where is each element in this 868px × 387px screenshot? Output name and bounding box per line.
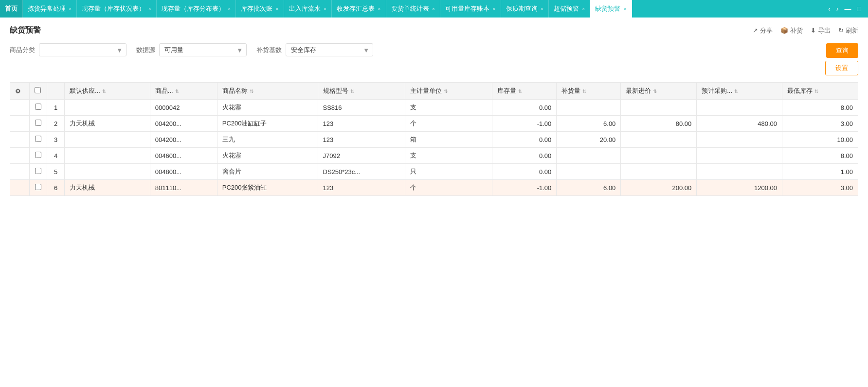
header-actions: ↗ 分享 📦 补货 ⬇ 导出 ↻ 刷新	[753, 26, 858, 35]
maximize-button[interactable]: □	[854, 4, 864, 14]
nav-tab-11[interactable]: 缺货预警 ×	[590, 0, 632, 18]
row-checkbox[interactable]	[35, 104, 41, 110]
table-row: 4 004600... 火花塞 J7092 支 0.00 8.00	[10, 148, 858, 164]
row-gear-cell	[10, 180, 30, 196]
row-checkbox-cell[interactable]	[30, 180, 47, 196]
tab-label: 出入库流水	[289, 4, 321, 13]
column-supplier[interactable]: 默认供应... ⇅	[65, 83, 150, 100]
row-number: 3	[47, 132, 65, 148]
share-button[interactable]: ↗ 分享	[753, 26, 773, 35]
row-spec: DS250*23c...	[318, 164, 405, 180]
row-stock: 0.00	[492, 100, 557, 116]
row-min-stock: 8.00	[782, 100, 858, 116]
replenish-label: 补货基数	[256, 46, 282, 54]
row-checkbox-cell[interactable]	[30, 116, 47, 132]
row-checkbox-cell[interactable]	[30, 148, 47, 164]
replenish-filter-group: 补货基数 安全库存 ▼	[256, 43, 373, 56]
row-checkbox[interactable]	[35, 168, 41, 174]
nav-tab-3[interactable]: 现存量（库存分布表） ×	[157, 0, 236, 18]
query-button[interactable]: 查询	[826, 43, 858, 58]
row-checkbox[interactable]	[35, 120, 41, 126]
column-estimated-purchase[interactable]: 预计采购... ⇅	[697, 83, 782, 100]
nav-tab-2[interactable]: 现存量（库存状况表） ×	[77, 0, 156, 18]
row-replenish-qty: 6.00	[557, 116, 621, 132]
settings-button[interactable]: 设置	[825, 61, 858, 75]
column-gear[interactable]: ⚙	[10, 83, 30, 100]
close-icon[interactable]: ×	[228, 6, 231, 12]
close-icon[interactable]: ×	[275, 6, 278, 12]
nav-tab-7[interactable]: 要货单统计表 ×	[386, 0, 440, 18]
row-estimated-purchase	[697, 132, 782, 148]
row-latest-price: 200.00	[621, 180, 697, 196]
filter-bar: 商品分类 ▼ 数据源 可用量 ▼ 补货基数 安全库存	[10, 43, 858, 75]
column-product-code[interactable]: 商品... ⇅	[150, 83, 217, 100]
close-icon[interactable]: ×	[148, 6, 151, 12]
nav-next-button[interactable]: ›	[833, 4, 842, 14]
page-header: 缺货预警 ↗ 分享 📦 补货 ⬇ 导出 ↻ 刷新	[10, 25, 858, 35]
nav-tab-10[interactable]: 超储预警 ×	[549, 0, 590, 18]
row-checkbox-cell[interactable]	[30, 164, 47, 180]
row-unit: 个	[405, 180, 492, 196]
gear-icon: ⚙	[15, 88, 21, 95]
nav-tab-8[interactable]: 可用量库存账本 ×	[440, 0, 501, 18]
replenish-select[interactable]: 安全库存	[286, 43, 373, 56]
share-label: 分享	[760, 26, 773, 35]
export-button[interactable]: ⬇ 导出	[811, 26, 831, 35]
column-spec[interactable]: 规格型号 ⇅	[318, 83, 405, 100]
row-supplier	[65, 148, 150, 164]
row-supplier	[65, 132, 150, 148]
close-icon[interactable]: ×	[582, 6, 585, 12]
row-product-name: PC200油缸缸子	[217, 116, 318, 132]
row-number: 6	[47, 180, 65, 196]
column-product-name[interactable]: 商品名称 ⇅	[217, 83, 318, 100]
table-row: 6 力天机械 801110... PC200张紧油缸 123 个 -1.00 6…	[10, 180, 858, 196]
column-replenish-qty[interactable]: 补货量 ⇅	[557, 83, 621, 100]
column-stock[interactable]: 库存量 ⇅	[492, 83, 557, 100]
minimize-button[interactable]: —	[842, 4, 854, 14]
refresh-label: 刷新	[846, 26, 858, 35]
nav-prev-button[interactable]: ‹	[825, 4, 833, 14]
nav-tab-1[interactable]: 拣货异常处理 ×	[23, 0, 77, 18]
category-select[interactable]	[39, 43, 127, 56]
datasource-select-wrapper: 可用量 ▼	[159, 43, 247, 56]
column-unit[interactable]: 主计量单位 ⇅	[405, 83, 492, 100]
datasource-filter-group: 数据源 可用量 ▼	[136, 43, 247, 56]
close-icon[interactable]: ×	[69, 6, 72, 12]
row-min-stock: 10.00	[782, 132, 858, 148]
nav-tab-6[interactable]: 收发存汇总表 ×	[332, 0, 386, 18]
row-supplier: 力天机械	[65, 116, 150, 132]
row-checkbox[interactable]	[35, 152, 41, 158]
tab-label: 可用量库存账本	[445, 4, 489, 13]
close-icon[interactable]: ×	[324, 6, 326, 12]
row-product-name: 离合片	[217, 164, 318, 180]
column-latest-price[interactable]: 最新进价 ⇅	[621, 83, 697, 100]
close-icon[interactable]: ×	[378, 6, 380, 12]
nav-tab-9[interactable]: 保质期查询 ×	[501, 0, 549, 18]
row-checkbox[interactable]	[35, 136, 41, 142]
nav-controls: ‹ › — □	[821, 4, 868, 14]
row-checkbox[interactable]	[35, 184, 41, 190]
close-icon[interactable]: ×	[432, 6, 435, 12]
row-replenish-qty: 6.00	[557, 180, 621, 196]
datasource-select[interactable]: 可用量	[159, 43, 247, 56]
close-icon[interactable]: ×	[492, 6, 495, 12]
close-icon[interactable]: ×	[623, 6, 626, 12]
refresh-button[interactable]: ↻ 刷新	[838, 26, 858, 35]
category-label: 商品分类	[10, 46, 35, 54]
row-gear-cell	[10, 132, 30, 148]
select-all-checkbox[interactable]	[35, 87, 41, 93]
column-min-stock[interactable]: 最低库存 ⇅	[782, 83, 858, 100]
table-row: 2 力天机械 004200... PC200油缸缸子 123 个 -1.00 6…	[10, 116, 858, 132]
row-product-name: 火花塞	[217, 148, 318, 164]
row-checkbox-cell[interactable]	[30, 100, 47, 116]
row-number: 1	[47, 100, 65, 116]
nav-tab-4[interactable]: 库存批次账 ×	[236, 0, 284, 18]
tab-label: 缺货预警	[595, 4, 620, 13]
row-checkbox-cell[interactable]	[30, 132, 47, 148]
tab-label: 库存批次账	[241, 4, 272, 13]
nav-tab-home[interactable]: 首页	[0, 0, 23, 18]
replenish-button[interactable]: 📦 补货	[780, 26, 803, 35]
main-content: 缺货预警 ↗ 分享 📦 补货 ⬇ 导出 ↻ 刷新 商品分类	[0, 18, 868, 387]
nav-tab-5[interactable]: 出入库流水 ×	[284, 0, 332, 18]
close-icon[interactable]: ×	[541, 6, 543, 12]
